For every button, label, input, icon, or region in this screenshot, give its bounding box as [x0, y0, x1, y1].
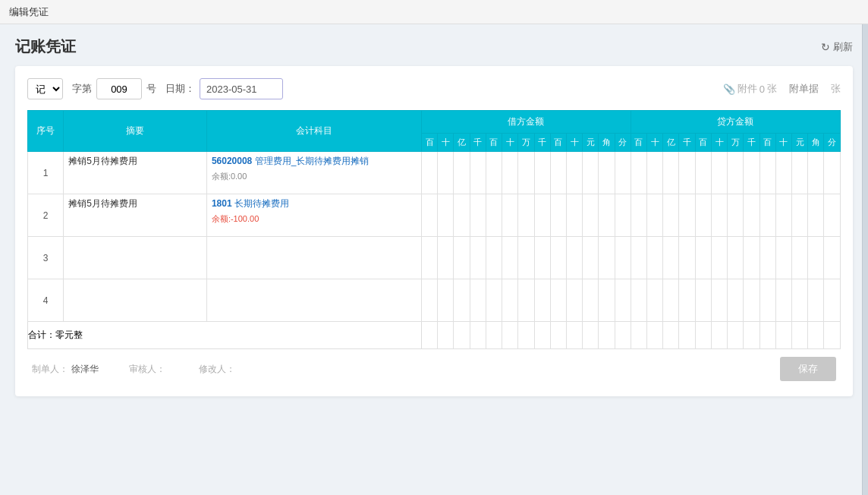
summary-cell-3[interactable]	[64, 279, 207, 322]
credit-cell-r2-c12[interactable]	[824, 237, 841, 279]
credit-cell-r0-c6[interactable]	[728, 152, 744, 194]
credit-cell-r0-c9[interactable]	[775, 152, 791, 194]
debit-cell-r1-c11[interactable]	[599, 194, 615, 237]
credit-cell-r2-c0[interactable]	[631, 237, 646, 279]
debit-cell-r2-c9[interactable]	[566, 237, 582, 279]
credit-cell-r2-c10[interactable]	[792, 237, 808, 279]
debit-cell-r0-c5[interactable]	[502, 152, 518, 194]
debit-cell-r3-c5[interactable]	[502, 279, 518, 322]
credit-cell-r1-c9[interactable]	[775, 194, 791, 237]
debit-cell-r0-c6[interactable]	[518, 152, 534, 194]
debit-cell-r2-c3[interactable]	[470, 237, 486, 279]
credit-cell-r3-c7[interactable]	[744, 279, 760, 322]
credit-cell-r2-c4[interactable]	[695, 237, 711, 279]
debit-cell-r2-c11[interactable]	[599, 237, 615, 279]
credit-cell-r1-c4[interactable]	[695, 194, 711, 237]
credit-cell-r2-c6[interactable]	[728, 237, 744, 279]
credit-cell-r3-c12[interactable]	[824, 279, 841, 322]
credit-cell-r3-c10[interactable]	[792, 279, 808, 322]
attachment-link[interactable]: 📎 附件 0 张	[723, 82, 777, 96]
debit-cell-r1-c9[interactable]	[566, 194, 582, 237]
debit-cell-r3-c6[interactable]	[518, 279, 534, 322]
debit-cell-r3-c7[interactable]	[534, 279, 550, 322]
debit-cell-r3-c8[interactable]	[550, 279, 566, 322]
debit-cell-r3-c4[interactable]	[486, 279, 502, 322]
account-cell-2[interactable]	[206, 237, 421, 279]
debit-cell-r1-c6[interactable]	[518, 194, 534, 237]
debit-cell-r2-c6[interactable]	[518, 237, 534, 279]
credit-cell-r1-c0[interactable]	[631, 194, 646, 237]
credit-cell-r3-c4[interactable]	[695, 279, 711, 322]
debit-cell-r0-c3[interactable]	[470, 152, 486, 194]
summary-cell-0[interactable]: 摊销5月待摊费用	[64, 152, 207, 194]
debit-cell-r1-c8[interactable]	[550, 194, 566, 237]
credit-cell-r2-c7[interactable]	[744, 237, 760, 279]
credit-cell-r0-c0[interactable]	[631, 152, 646, 194]
debit-cell-r1-c2[interactable]	[454, 194, 470, 237]
credit-cell-r3-c3[interactable]	[679, 279, 695, 322]
date-input[interactable]	[200, 78, 283, 99]
debit-cell-r1-c5[interactable]	[502, 194, 518, 237]
credit-cell-r2-c3[interactable]	[679, 237, 695, 279]
table-row[interactable]: 1摊销5月待摊费用56020008 管理费用_长期待摊费用摊销余额:0.00	[28, 152, 841, 194]
debit-cell-r3-c2[interactable]	[454, 279, 470, 322]
refresh-button[interactable]: ↻ 刷新	[821, 40, 853, 54]
debit-cell-r0-c12[interactable]	[615, 152, 631, 194]
debit-cell-r3-c10[interactable]	[583, 279, 599, 322]
credit-cell-r3-c11[interactable]	[808, 279, 824, 322]
debit-cell-r1-c0[interactable]	[421, 194, 437, 237]
credit-cell-r2-c2[interactable]	[663, 237, 679, 279]
credit-cell-r0-c5[interactable]	[711, 152, 727, 194]
debit-cell-r2-c2[interactable]	[454, 237, 470, 279]
debit-cell-r3-c3[interactable]	[470, 279, 486, 322]
credit-cell-r1-c11[interactable]	[808, 194, 824, 237]
table-row[interactable]: 2摊销5月待摊费用1801 长期待摊费用余额:-100.00	[28, 194, 841, 237]
credit-cell-r1-c7[interactable]	[744, 194, 760, 237]
table-row[interactable]: 3	[28, 237, 841, 279]
table-row[interactable]: 4	[28, 279, 841, 322]
debit-cell-r2-c10[interactable]	[583, 237, 599, 279]
credit-cell-r2-c5[interactable]	[711, 237, 727, 279]
debit-cell-r0-c2[interactable]	[454, 152, 470, 194]
credit-cell-r1-c3[interactable]	[679, 194, 695, 237]
debit-cell-r2-c1[interactable]	[438, 237, 454, 279]
credit-cell-r3-c2[interactable]	[663, 279, 679, 322]
credit-cell-r3-c6[interactable]	[728, 279, 744, 322]
debit-cell-r2-c7[interactable]	[534, 237, 550, 279]
debit-cell-r2-c12[interactable]	[615, 237, 631, 279]
credit-cell-r1-c1[interactable]	[647, 194, 663, 237]
credit-cell-r0-c1[interactable]	[647, 152, 663, 194]
debit-cell-r1-c10[interactable]	[583, 194, 599, 237]
credit-cell-r2-c9[interactable]	[775, 237, 791, 279]
credit-cell-r3-c1[interactable]	[647, 279, 663, 322]
voucher-number-input[interactable]	[96, 78, 142, 99]
debit-cell-r1-c3[interactable]	[470, 194, 486, 237]
credit-cell-r3-c0[interactable]	[631, 279, 646, 322]
credit-cell-r1-c2[interactable]	[663, 194, 679, 237]
credit-cell-r2-c11[interactable]	[808, 237, 824, 279]
credit-cell-r0-c7[interactable]	[744, 152, 760, 194]
credit-cell-r1-c5[interactable]	[711, 194, 727, 237]
debit-cell-r0-c0[interactable]	[421, 152, 437, 194]
debit-cell-r1-c4[interactable]	[486, 194, 502, 237]
debit-cell-r3-c9[interactable]	[566, 279, 582, 322]
debit-cell-r2-c5[interactable]	[502, 237, 518, 279]
debit-cell-r0-c1[interactable]	[438, 152, 454, 194]
credit-cell-r0-c8[interactable]	[760, 152, 775, 194]
credit-cell-r2-c1[interactable]	[647, 237, 663, 279]
credit-cell-r0-c4[interactable]	[695, 152, 711, 194]
debit-cell-r0-c8[interactable]	[550, 152, 566, 194]
debit-cell-r0-c9[interactable]	[566, 152, 582, 194]
credit-cell-r1-c10[interactable]	[792, 194, 808, 237]
credit-cell-r0-c11[interactable]	[808, 152, 824, 194]
credit-cell-r3-c9[interactable]	[775, 279, 791, 322]
voucher-type-select[interactable]: 记	[27, 78, 63, 99]
credit-cell-r1-c6[interactable]	[728, 194, 744, 237]
credit-cell-r2-c8[interactable]	[760, 237, 775, 279]
debit-cell-r0-c4[interactable]	[486, 152, 502, 194]
credit-cell-r3-c5[interactable]	[711, 279, 727, 322]
credit-cell-r1-c8[interactable]	[760, 194, 775, 237]
debit-cell-r2-c8[interactable]	[550, 237, 566, 279]
debit-cell-r1-c7[interactable]	[534, 194, 550, 237]
debit-cell-r0-c11[interactable]	[599, 152, 615, 194]
